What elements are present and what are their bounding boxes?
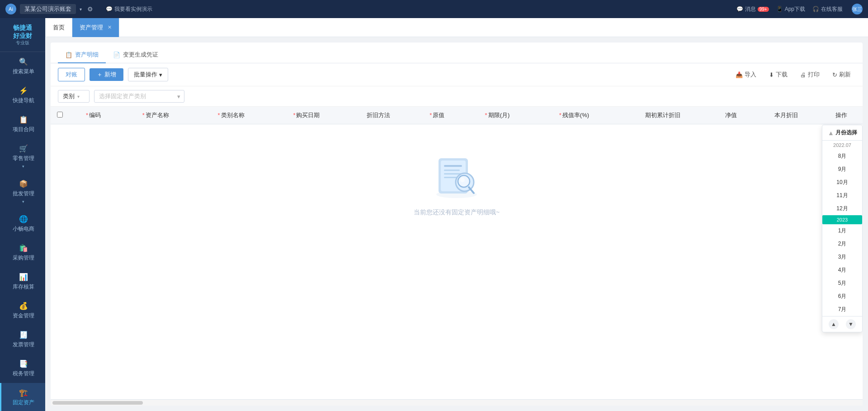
tax-icon: 📑 bbox=[19, 359, 28, 368]
tab-bar: 首页 资产管理 ✕ bbox=[45, 18, 868, 37]
month-item-12[interactable]: 12月 bbox=[822, 202, 862, 215]
month-picker-up-round-btn[interactable]: ▲ bbox=[829, 319, 839, 329]
messages-item[interactable]: 💬 消息 99+ bbox=[736, 5, 769, 13]
svg-rect-6 bbox=[444, 177, 458, 178]
messages-label: 消息 bbox=[745, 5, 756, 13]
month-item-9[interactable]: 9月 bbox=[822, 163, 862, 176]
message-badge: 99+ bbox=[758, 7, 769, 12]
print-button[interactable]: 🖨 打印 bbox=[796, 68, 824, 81]
retail-arrow-icon: ▾ bbox=[22, 164, 24, 169]
month-item-3[interactable]: 3月 bbox=[822, 250, 862, 264]
month-item-2[interactable]: 2月 bbox=[822, 237, 862, 250]
online-service-label: 在线客服 bbox=[821, 5, 843, 13]
sidebar-item-quick-nav[interactable]: ⚡ 快捷导航 bbox=[0, 81, 45, 110]
avatar: Ai bbox=[5, 4, 16, 14]
gear-icon[interactable]: ⚙ bbox=[87, 5, 93, 13]
sidebar-item-invoice[interactable]: 🧾 发票管理 bbox=[0, 325, 45, 354]
download-button[interactable]: ⬇ 下载 bbox=[764, 68, 792, 81]
tab-close-icon[interactable]: ✕ bbox=[108, 24, 112, 30]
month-item-10[interactable]: 10月 bbox=[822, 176, 862, 189]
month-picker-up-btn[interactable]: ▲ bbox=[827, 129, 835, 137]
batch-dropdown-icon: ▾ bbox=[159, 71, 162, 78]
sidebar-ecommerce-label: 小畅电商 bbox=[13, 225, 34, 233]
import-label: 导入 bbox=[745, 71, 756, 79]
sub-tab-change-voucher[interactable]: 📄 变更生成凭证 bbox=[106, 47, 165, 63]
top-bar-left: Ai 某某公司演示账套 ▾ ⚙ 💬 我要看实例演示 bbox=[5, 4, 736, 14]
col-category: *类别名称 bbox=[193, 107, 269, 124]
month-item-7[interactable]: 7月 bbox=[822, 303, 862, 316]
month-picker-header: ▲ 月份选择 bbox=[822, 125, 862, 141]
month-year-2023: 2023 bbox=[822, 215, 862, 224]
sidebar-project-label: 项目合同 bbox=[13, 126, 34, 133]
category-type-arrow: ▾ bbox=[77, 94, 80, 99]
app-download-item[interactable]: 📱 App下载 bbox=[776, 5, 805, 13]
empty-state: 当前您还没有固定资产明细哦~ bbox=[51, 124, 863, 244]
purchase-icon: 🛍️ bbox=[19, 244, 28, 252]
online-service-item[interactable]: 🎧 在线客服 bbox=[812, 5, 843, 13]
demo-link[interactable]: 💬 我要看实例演示 bbox=[106, 5, 152, 13]
company-dropdown-icon[interactable]: ▾ bbox=[80, 7, 82, 12]
scroll-thumb[interactable] bbox=[52, 401, 143, 405]
asset-table: *编码 *资产名称 *类别名称 bbox=[51, 107, 863, 124]
toolbar: 对账 ＋ 新增 批量操作 ▾ 📥 导入 bbox=[51, 63, 863, 86]
tab-asset-mgmt[interactable]: 资产管理 ✕ bbox=[72, 18, 119, 37]
select-all-checkbox[interactable] bbox=[57, 112, 63, 118]
sidebar-retail-label: 零售管理 bbox=[13, 155, 34, 162]
empty-illustration bbox=[429, 151, 484, 201]
category-type-select[interactable]: 类别 ▾ bbox=[58, 90, 90, 103]
sidebar-item-search[interactable]: 🔍 搜索菜单 bbox=[0, 52, 45, 81]
refresh-label: 刷新 bbox=[839, 71, 851, 79]
sidebar-item-ecommerce[interactable]: 🌐 小畅电商 bbox=[0, 209, 45, 238]
month-item-6[interactable]: 6月 bbox=[822, 290, 862, 303]
bottom-scrollbar[interactable] bbox=[51, 399, 863, 406]
category-value-select[interactable]: 选择固定资产类别 ▾ bbox=[94, 90, 184, 103]
asset-detail-tab-icon: 📋 bbox=[65, 52, 72, 58]
page-content: 📋 资产明细 📄 变更生成凭证 对账 ＋ 新增 bbox=[45, 37, 868, 411]
sidebar-invoice-label: 发票管理 bbox=[13, 341, 34, 349]
month-item-11[interactable]: 11月 bbox=[822, 189, 862, 202]
sidebar-item-project[interactable]: 📋 项目合同 bbox=[0, 110, 45, 139]
sidebar-quick-nav-label: 快捷导航 bbox=[13, 97, 34, 104]
table-container: *编码 *资产名称 *类别名称 bbox=[51, 107, 863, 406]
month-item-5[interactable]: 5月 bbox=[822, 277, 862, 290]
col-period: *期限(月) bbox=[462, 107, 533, 124]
print-icon: 🖨 bbox=[800, 71, 806, 78]
sidebar-item-tax[interactable]: 📑 税务管理 bbox=[0, 354, 45, 383]
month-picker-down-round-btn[interactable]: ▼ bbox=[846, 319, 856, 329]
user-avatar[interactable]: 张三 bbox=[852, 4, 863, 14]
sidebar-purchase-label: 采购管理 bbox=[13, 254, 34, 262]
change-voucher-tab-label: 变更生成凭证 bbox=[123, 51, 158, 59]
empty-text: 当前您还没有固定资产明细哦~ bbox=[414, 208, 500, 217]
batch-button[interactable]: 批量操作 ▾ bbox=[128, 68, 168, 81]
retail-icon: 🛒 bbox=[19, 144, 28, 153]
month-item-1[interactable]: 1月 bbox=[822, 224, 862, 237]
sidebar-item-inventory[interactable]: 📊 库存核算 bbox=[0, 267, 45, 296]
svg-rect-5 bbox=[444, 173, 461, 175]
svg-point-10 bbox=[460, 178, 465, 182]
tab-home[interactable]: 首页 bbox=[45, 18, 72, 37]
inventory-icon: 📊 bbox=[19, 273, 28, 281]
sidebar-item-purchase[interactable]: 🛍️ 采购管理 bbox=[0, 238, 45, 267]
sidebar-item-fixed-assets[interactable]: 🏗️ 固定资产 bbox=[0, 383, 45, 411]
new-button[interactable]: ＋ 新增 bbox=[90, 68, 123, 81]
toolbar-right: 📥 导入 ⬇ 下载 🖨 打印 ↻ 刷新 bbox=[731, 68, 855, 81]
sidebar-item-wholesale[interactable]: 📦 批发管理 ▾ bbox=[0, 174, 45, 209]
sub-tab-asset-detail[interactable]: 📋 资产明细 bbox=[58, 47, 106, 63]
finance-icon: 💰 bbox=[19, 302, 28, 310]
col-period-depreciation: 期初累计折旧 bbox=[615, 107, 710, 124]
month-item-8[interactable]: 8月 bbox=[822, 150, 862, 163]
import-button[interactable]: 📥 导入 bbox=[731, 68, 761, 81]
sidebar-item-finance[interactable]: 💰 资金管理 bbox=[0, 296, 45, 325]
match-button[interactable]: 对账 bbox=[58, 68, 85, 81]
col-operation: 操作 bbox=[821, 107, 863, 124]
svg-rect-3 bbox=[444, 165, 462, 167]
refresh-button[interactable]: ↻ 刷新 bbox=[828, 68, 855, 81]
col-name: *资产名称 bbox=[118, 107, 193, 124]
download-icon: ⬇ bbox=[769, 71, 774, 78]
month-item-4[interactable]: 4月 bbox=[822, 264, 862, 277]
main-layout: 畅捷通好业财 专业版 🔍 搜索菜单 ⚡ 快捷导航 📋 项目合同 🛒 零售管理 ▾… bbox=[0, 18, 868, 411]
col-purchase-date: *购买日期 bbox=[269, 107, 344, 124]
content-area: 首页 资产管理 ✕ 📋 资产明细 📄 变更生成凭证 bbox=[45, 18, 868, 411]
company-name[interactable]: 某某公司演示账套 bbox=[20, 4, 76, 14]
sidebar-item-retail[interactable]: 🛒 零售管理 ▾ bbox=[0, 139, 45, 174]
